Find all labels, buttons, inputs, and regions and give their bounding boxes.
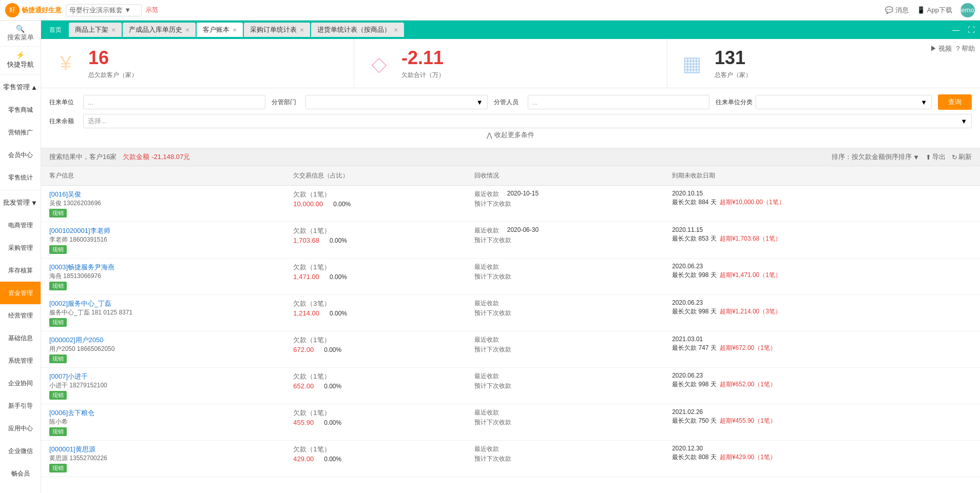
filter-area: 往来单位 ... 分管部门 ▼ 分管人员 bbox=[41, 88, 980, 148]
sidebar-item-finance[interactable]: 资金管理 bbox=[0, 282, 41, 304]
sort-selector[interactable]: 排序：按欠款金额倒序排序 ▼ bbox=[832, 152, 919, 162]
next-pay-label: 预计下次收款 bbox=[474, 382, 511, 390]
sub-text[interactable]: 示范 bbox=[146, 6, 158, 14]
sidebar-item-ecommerce[interactable]: 电商管理 bbox=[0, 214, 41, 236]
overdue-link[interactable]: 超期¥1,703.68（1笔） bbox=[720, 234, 781, 243]
customer-phone: 李老师 18600391516 bbox=[49, 235, 277, 244]
sidebar-item-operations[interactable]: 经营管理 bbox=[0, 304, 41, 327]
logo-icon: 好 bbox=[5, 3, 20, 17]
debt-amount[interactable]: 429.00 bbox=[293, 455, 314, 463]
sidebar-item-guide[interactable]: 新手引导 bbox=[0, 395, 41, 417]
sidebar-item-member[interactable]: 会员中心 bbox=[0, 144, 41, 166]
debt-amount[interactable]: 1,214.00 bbox=[293, 309, 319, 317]
tab-inventory[interactable]: 进货单统计表（按商品） ✕ bbox=[311, 23, 404, 37]
debt-amount[interactable]: 455.90 bbox=[293, 419, 314, 426]
industry-selector[interactable]: 母婴行业演示账套 ▼ bbox=[66, 4, 142, 16]
table-row: [000002]用户2050 用户2050 18665062050 现销 欠款（… bbox=[41, 331, 980, 368]
sidebar-item-batch-mgmt[interactable]: 批发管理▼ bbox=[0, 191, 41, 214]
customer-info-cell: [0007]小进干 小进干 18279152100 现销 bbox=[41, 368, 285, 404]
table-header-row: 客户信息 欠交易信息（占比） 回收情况 到期未收款日期 bbox=[41, 166, 980, 186]
sidebar-item-system[interactable]: 系统管理 bbox=[0, 349, 41, 372]
stat-debt-customers-info: 16 总欠款客户（家） bbox=[88, 47, 138, 80]
customer-name-link[interactable]: [000002]用户2050 bbox=[49, 336, 277, 345]
overdue-link[interactable]: 超期¥455.90（1笔） bbox=[720, 417, 776, 425]
debt-amount[interactable]: 1,703.68 bbox=[293, 236, 319, 244]
customer-name-link[interactable]: [0007]小进干 bbox=[49, 372, 277, 381]
overdue-link[interactable]: 超期¥1,471.00（1笔） bbox=[720, 271, 781, 280]
tab-production-close[interactable]: ✕ bbox=[185, 27, 189, 33]
recovery-cell: 最近收款 预计下次收款 bbox=[466, 404, 664, 441]
overdue-link[interactable]: 超期¥652.00（1笔） bbox=[720, 380, 776, 389]
refresh-btn[interactable]: ↻ 刷新 bbox=[952, 152, 972, 162]
overdue-link[interactable]: 超期¥672.00（1笔） bbox=[720, 344, 776, 352]
tab-expand-btn[interactable]: ⛶ bbox=[965, 25, 978, 35]
tab-customer-close[interactable]: ✕ bbox=[233, 27, 237, 33]
table-row: [0007]小进干 小进干 18279152100 现销 欠款（1笔） 652.… bbox=[41, 368, 980, 404]
video-btn[interactable]: ▶ 视频 bbox=[930, 44, 952, 53]
sidebar-item-marketing[interactable]: 营销推广 bbox=[0, 121, 41, 144]
dept-label: 分管部门 bbox=[272, 98, 302, 107]
customer-name-link[interactable]: [000001]黄思源 bbox=[49, 445, 277, 454]
customer-name-link[interactable]: [0016]吴俊 bbox=[49, 190, 277, 199]
user-avatar[interactable]: demo2 bbox=[960, 3, 975, 17]
balance-select[interactable]: 选择... ▼ bbox=[83, 114, 972, 128]
tab-products[interactable]: 商品上下架 ✕ bbox=[69, 23, 122, 37]
debt-amount[interactable]: 1,471.00 bbox=[293, 273, 319, 281]
overdue-link[interactable]: 超期¥429.00（1笔） bbox=[720, 453, 776, 462]
sidebar-item-member2[interactable]: 畅会员 bbox=[0, 462, 41, 485]
due-date: 2020.12.30 bbox=[672, 445, 972, 452]
debt-amount[interactable]: 652.00 bbox=[293, 382, 314, 390]
debt-percent: 0.00% bbox=[333, 201, 351, 208]
sidebar-item-retail-stats[interactable]: 零售统计 bbox=[0, 166, 41, 189]
help-btn[interactable]: ? 帮助 bbox=[956, 44, 975, 53]
tab-home[interactable]: 首页 bbox=[43, 23, 68, 37]
from-unit-input[interactable]: ... bbox=[83, 95, 265, 109]
tab-minimize-btn[interactable]: — bbox=[949, 25, 963, 35]
customer-name-link[interactable]: [0001020001]李老师 bbox=[49, 226, 277, 235]
app-download-btn[interactable]: 📱 App下载 bbox=[917, 6, 952, 15]
sidebar-item-retail-mall[interactable]: 零售商城 bbox=[0, 98, 41, 121]
customer-name-link[interactable]: [0006]去下粮仓 bbox=[49, 408, 277, 418]
sidebar: 🔍 搜索菜单 ⚡ 快捷导航 零售管理▲ 零售商城 营销推广 会员中心 零售统计 … bbox=[0, 21, 41, 493]
tab-production[interactable]: 产成品入库单历史 ✕ bbox=[123, 23, 196, 37]
message-btn[interactable]: 💬 消息 bbox=[885, 6, 909, 15]
filter-dept: 分管部门 ▼ bbox=[272, 95, 488, 109]
sidebar-search[interactable]: 🔍 搜索菜单 bbox=[0, 21, 41, 47]
sidebar-item-retail-mgmt[interactable]: 零售管理▲ bbox=[0, 76, 41, 98]
export-btn[interactable]: ⬆ 导出 bbox=[926, 152, 946, 162]
logo-area: 好 畅捷通好生意 bbox=[5, 3, 62, 17]
sidebar-item-purchase[interactable]: 采购管理 bbox=[0, 236, 41, 259]
search-button[interactable]: 查询 bbox=[938, 94, 972, 110]
due-date: 2020.10.15 bbox=[672, 190, 972, 197]
sidebar-item-wechat[interactable]: 企业微信 bbox=[0, 440, 41, 462]
debt-amount[interactable]: 672.00 bbox=[293, 346, 314, 353]
sidebar-item-app-center[interactable]: 应用中心 bbox=[0, 417, 41, 440]
filter-from-unit: 往来单位 ... bbox=[49, 95, 265, 109]
overdue-link[interactable]: 超期¥10,000.00（1笔） bbox=[720, 198, 785, 207]
person-label: 分管人员 bbox=[494, 98, 525, 107]
collapse-btn[interactable]: ⋀ 收起更多条件 bbox=[49, 128, 972, 142]
sidebar-item-enterprise[interactable]: 企业协同 bbox=[0, 372, 41, 395]
tab-inventory-close[interactable]: ✕ bbox=[394, 27, 398, 33]
tab-customer[interactable]: 客户账本 ✕ bbox=[197, 23, 243, 37]
customer-name-link[interactable]: [0003]畅捷服务尹海燕 bbox=[49, 263, 277, 272]
tab-purchase[interactable]: 采购订单统计表 ✕ bbox=[244, 23, 310, 37]
recovery-cell: 最近收款 预计下次收款 bbox=[466, 441, 664, 477]
person-input[interactable]: ... bbox=[528, 95, 710, 109]
overdue-link[interactable]: 超期¥1,214.00（3笔） bbox=[720, 307, 781, 316]
debt-amount[interactable]: 10,000.00 bbox=[293, 200, 323, 208]
sidebar-item-quick-nav[interactable]: ⚡ 快捷导航 bbox=[0, 47, 41, 73]
dept-select[interactable]: ▼ bbox=[305, 95, 488, 109]
debt-count: 欠款（1笔） bbox=[293, 226, 457, 235]
unit-class-select[interactable]: ▼ bbox=[756, 95, 932, 109]
tab-purchase-close[interactable]: ✕ bbox=[300, 27, 304, 33]
customer-phone: 吴俊 13026203696 bbox=[49, 199, 277, 208]
recovery-cell: 最近收款 预计下次收款 bbox=[466, 368, 664, 404]
customer-name-link[interactable]: [0002]服务中心_丁磊 bbox=[49, 299, 277, 308]
sidebar-item-basic-info[interactable]: 基础信息 bbox=[0, 327, 41, 349]
stat-total-customers-label: 总客户（家） bbox=[715, 71, 752, 80]
sidebar-item-inventory[interactable]: 库存核算 bbox=[0, 259, 41, 282]
recent-pay-label: 最近收款 bbox=[474, 445, 499, 453]
customer-tag: 现销 bbox=[49, 354, 67, 363]
tab-products-close[interactable]: ✕ bbox=[111, 27, 116, 33]
